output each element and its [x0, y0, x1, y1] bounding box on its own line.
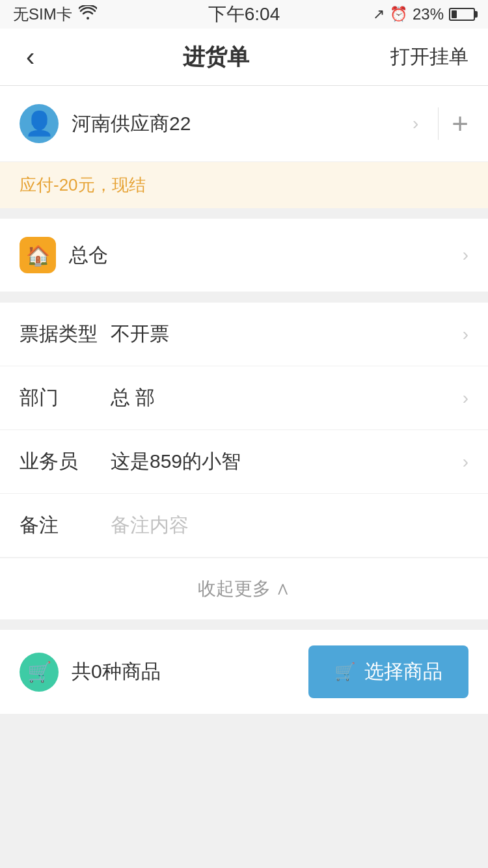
- remark-row[interactable]: 备注 备注内容: [0, 494, 488, 558]
- location-icon: ↗: [373, 6, 385, 23]
- salesperson-row[interactable]: 业务员 这是859的小智 ›: [0, 430, 488, 494]
- add-supplier-button[interactable]: +: [438, 107, 468, 140]
- warehouse-row[interactable]: 🏠 总仓 ›: [0, 219, 488, 292]
- supplier-section: 👤 河南供应商22 › + 应付-20元，现结: [0, 86, 488, 208]
- wifi-icon: [79, 5, 97, 23]
- warehouse-chevron-icon: ›: [463, 245, 468, 265]
- department-chevron-icon: ›: [463, 388, 468, 409]
- supplier-chevron-icon: ›: [413, 113, 418, 134]
- remark-placeholder: 备注内容: [111, 512, 468, 539]
- status-time: 下午6:04: [208, 2, 280, 27]
- notice-bar: 应付-20元，现结: [0, 162, 488, 208]
- product-icon-wrap: 🛒: [20, 653, 59, 692]
- select-btn-icon: 🛒: [334, 662, 355, 682]
- ticket-chevron-icon: ›: [463, 324, 468, 345]
- department-value: 总 部: [111, 385, 463, 411]
- bottom-bar: 🛒 共0种商品 🛒 选择商品: [0, 630, 488, 714]
- supplier-row[interactable]: 👤 河南供应商22 › +: [0, 86, 488, 162]
- open-pending-button[interactable]: 打开挂单: [390, 44, 468, 70]
- salesperson-label: 业务员: [20, 448, 98, 475]
- alarm-icon: ⏰: [390, 6, 407, 23]
- status-left: 无SIM卡: [13, 4, 97, 25]
- department-label: 部门: [20, 385, 98, 411]
- supplier-name: 河南供应商22: [72, 111, 413, 137]
- supplier-avatar: 👤: [20, 104, 59, 143]
- salesperson-chevron-icon: ›: [463, 452, 468, 472]
- nav-bar: ‹ 进货单 打开挂单: [0, 29, 488, 86]
- page-fill: [0, 714, 488, 868]
- section-divider-1: [0, 208, 488, 219]
- carrier-label: 无SIM卡: [13, 4, 72, 25]
- supplier-row-right: › +: [413, 107, 468, 140]
- salesperson-value: 这是859的小智: [111, 448, 463, 475]
- product-count: 共0种商品: [72, 658, 161, 685]
- collapse-label: 收起更多 ∧: [198, 576, 291, 601]
- warehouse-icon-wrap: 🏠: [20, 237, 56, 273]
- ticket-type-value: 不开票: [111, 321, 463, 347]
- collapse-row[interactable]: 收起更多 ∧: [0, 558, 488, 619]
- cart-icon: 🛒: [27, 660, 51, 683]
- select-btn-label: 选择商品: [364, 658, 442, 685]
- battery-icon: [449, 8, 475, 21]
- remark-label: 备注: [20, 512, 98, 539]
- battery-percent: 23%: [413, 5, 444, 23]
- ticket-type-row[interactable]: 票据类型 不开票 ›: [0, 303, 488, 366]
- ticket-type-label: 票据类型: [20, 321, 98, 347]
- status-bar: 无SIM卡 下午6:04 ↗ ⏰ 23%: [0, 0, 488, 29]
- person-icon: 👤: [25, 110, 54, 137]
- warehouse-name: 总仓: [69, 242, 463, 269]
- form-section: 票据类型 不开票 › 部门 总 部 › 业务员 这是859的小智 › 备注 备注…: [0, 303, 488, 619]
- back-button[interactable]: ‹: [20, 36, 41, 78]
- section-divider-2: [0, 292, 488, 303]
- select-product-button[interactable]: 🛒 选择商品: [308, 645, 468, 698]
- department-row[interactable]: 部门 总 部 ›: [0, 366, 488, 430]
- house-icon: 🏠: [26, 244, 50, 267]
- notice-text: 应付-20元，现结: [20, 175, 146, 195]
- content: 👤 河南供应商22 › + 应付-20元，现结 🏠 总仓 › 票据类型 不开票 …: [0, 86, 488, 868]
- page-title: 进货单: [183, 42, 249, 72]
- status-right: ↗ ⏰ 23%: [373, 5, 475, 23]
- product-info: 🛒 共0种商品: [20, 653, 161, 692]
